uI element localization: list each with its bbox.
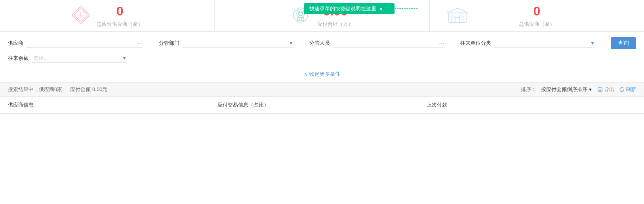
svg-rect-18	[455, 17, 460, 22]
category-label: 往来单位分类	[460, 40, 491, 47]
filter-department: 分管部门 ▼	[159, 39, 294, 48]
col-supplier: 供应商信息	[8, 101, 217, 109]
manager-input-wrap: ···	[333, 39, 444, 48]
stat-payable-suppliers-text: 0 总应付供应商（家）	[97, 4, 143, 27]
sort-label: 排序：	[521, 86, 536, 93]
tooltip-close[interactable]: ×	[379, 6, 383, 12]
table-header: 供应商信息 应付交易信息（占比） 上次付款	[0, 97, 644, 114]
result-amount: 应付金额 0.00元	[70, 86, 107, 92]
category-input[interactable]	[494, 39, 589, 47]
filter-supplier: 供应商 ···	[8, 39, 143, 48]
tooltip-line	[394, 8, 418, 9]
category-input-wrap: ▼	[494, 39, 595, 48]
svg-point-7	[298, 12, 300, 13]
result-text: 搜索结果中，供应商0家	[8, 86, 62, 92]
balance-input-wrap: ▼	[32, 54, 127, 63]
collapse-button[interactable]: ∧ 收起更多条件	[304, 71, 340, 78]
svg-rect-11	[297, 17, 304, 21]
result-summary: 搜索结果中，供应商0家 应付金额 0.00元	[8, 86, 107, 93]
stat-payable-suppliers-number: 0	[116, 4, 124, 19]
manager-input[interactable]	[333, 39, 437, 47]
balance-label: 往来余额	[8, 55, 29, 62]
export-label: 导出	[604, 86, 614, 93]
refresh-icon	[619, 87, 625, 92]
department-label: 分管部门	[159, 40, 179, 47]
empty-content-area	[0, 114, 644, 204]
filter-balance: 往来余额 ▼	[8, 54, 127, 63]
stat-total-suppliers: 0 总供应商（家）	[430, 0, 644, 31]
svg-point-8	[301, 12, 303, 13]
filter-manager: 分管人员 ···	[309, 39, 444, 48]
result-right: 排序： 按应付会额倒序排序 ▼ 导出 刷新	[521, 86, 636, 93]
stat-payable-suppliers: 0 总应付供应商（家）	[0, 0, 215, 31]
stat-total-suppliers-label: 总供应商（家）	[519, 21, 555, 28]
filter-row-2: 往来余额 ▼	[8, 54, 636, 63]
tooltip-text: 快速录单的快捷键说明在这里	[309, 5, 376, 12]
diamond-icon	[71, 6, 90, 26]
filter-category: 往来单位分类 ▼	[460, 39, 595, 48]
sort-arrow-icon: ▼	[588, 87, 593, 92]
manager-label: 分管人员	[309, 40, 330, 47]
department-input-wrap: ▼	[183, 39, 294, 48]
collapse-label: 收起更多条件	[309, 71, 340, 78]
collapse-icon: ∧	[304, 71, 308, 77]
department-arrow[interactable]: ▼	[289, 40, 293, 46]
sort-value-btn[interactable]: 按应付会额倒序排序 ▼	[541, 86, 593, 93]
export-btn[interactable]: 导出	[597, 86, 614, 93]
category-arrow[interactable]: ▼	[590, 40, 595, 46]
svg-rect-17	[460, 16, 463, 22]
shortcut-tooltip: 快速录单的快捷键说明在这里 ×	[304, 3, 394, 14]
supplier-input[interactable]	[27, 39, 136, 47]
query-button[interactable]: 查询	[611, 37, 636, 49]
filter-row-1: 供应商 ··· 分管部门 ▼ 分管人员 ···	[8, 37, 636, 49]
tooltip-dot	[385, 7, 389, 11]
stat-total-suppliers-number: 0	[533, 4, 540, 19]
stats-bar: 0 总应付供应商（家） 0.00 应付合计（万）	[0, 0, 644, 32]
stat-payable-total-label: 应付合计（万）	[317, 21, 353, 28]
warehouse-icon	[446, 6, 469, 25]
refresh-btn[interactable]: 刷新	[619, 86, 636, 93]
refresh-label: 刷新	[626, 86, 636, 93]
result-separator	[64, 86, 69, 92]
supplier-input-wrap: ···	[27, 39, 143, 48]
balance-input[interactable]	[32, 54, 120, 62]
balance-arrow[interactable]: ▼	[122, 55, 127, 61]
svg-rect-16	[452, 16, 455, 22]
result-bar: 搜索结果中，供应商0家 应付金额 0.00元 排序： 按应付会额倒序排序 ▼ 导…	[0, 83, 644, 97]
col-payable: 应付交易信息（占比）	[217, 101, 427, 109]
stat-payable-suppliers-label: 总应付供应商（家）	[97, 21, 143, 28]
supplier-dots-btn[interactable]: ···	[137, 40, 143, 47]
stat-total-suppliers-text: 0 总供应商（家）	[519, 4, 555, 27]
manager-dots-btn[interactable]: ···	[439, 40, 444, 47]
supplier-label: 供应商	[8, 40, 23, 47]
filter-area: 供应商 ··· 分管部门 ▼ 分管人员 ···	[0, 32, 644, 83]
collapse-row: ∧ 收起更多条件	[8, 67, 636, 82]
sort-value-text: 按应付会额倒序排序	[541, 86, 587, 93]
export-icon	[597, 87, 603, 92]
col-lastpay: 上次付款	[427, 101, 636, 109]
department-input[interactable]	[183, 39, 288, 47]
